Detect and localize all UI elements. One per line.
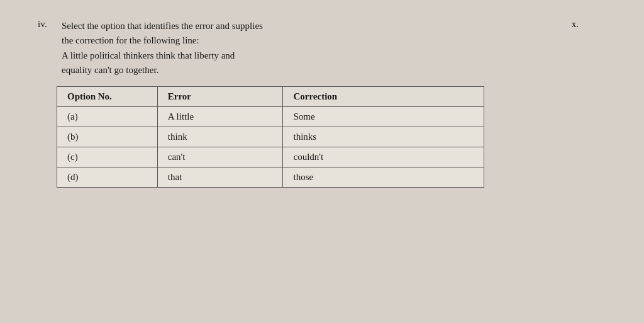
cell-option-1: (b): [57, 127, 158, 147]
cell-error-3: that: [157, 167, 283, 188]
table-row: (a)A littleSome: [57, 107, 484, 127]
table-row: (b)thinkthinks: [57, 127, 484, 147]
table-row: (d)thatthose: [57, 167, 484, 188]
col-header-correction: Correction: [283, 87, 484, 107]
col-header-option: Option No.: [57, 87, 158, 107]
question-line1: Select the option that identifies the er…: [62, 21, 263, 31]
question-text: Select the option that identifies the er…: [62, 19, 263, 77]
question-line3: A little political thinkers think that l…: [62, 50, 235, 60]
cell-correction-3: those: [283, 167, 484, 188]
cell-error-1: think: [157, 127, 283, 147]
cell-option-0: (a): [57, 107, 158, 127]
cell-correction-2: couldn't: [283, 147, 484, 167]
content-wrapper: iv. Select the option that identifies th…: [38, 19, 553, 188]
col-header-error: Error: [157, 87, 283, 107]
question-block: iv. Select the option that identifies th…: [38, 19, 553, 77]
cell-correction-0: Some: [283, 107, 484, 127]
table-container: Option No. Error Correction (a)A littleS…: [57, 86, 553, 188]
cell-correction-1: thinks: [283, 127, 484, 147]
table-header-row: Option No. Error Correction: [57, 87, 484, 107]
cell-option-3: (d): [57, 167, 158, 188]
cell-error-0: A little: [157, 107, 283, 127]
question-line4: equality can't go together.: [62, 65, 158, 75]
cell-option-2: (c): [57, 147, 158, 167]
options-table: Option No. Error Correction (a)A littleS…: [57, 86, 484, 188]
x-label: x.: [572, 19, 579, 30]
cell-error-2: can't: [157, 147, 283, 167]
question-line2: the correction for the following line:: [62, 35, 199, 45]
question-number: iv.: [38, 19, 57, 77]
table-row: (c)can'tcouldn't: [57, 147, 484, 167]
